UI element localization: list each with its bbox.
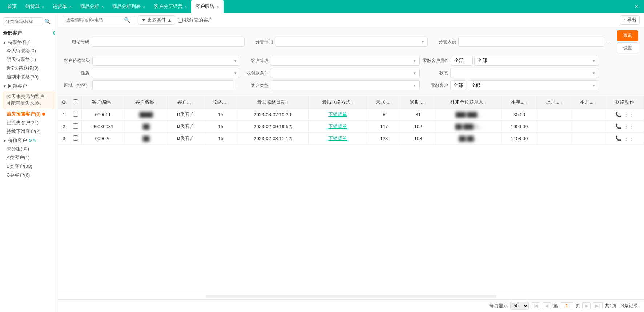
query-btn[interactable]: 查询 bbox=[617, 30, 638, 41]
close-tab-customer-layer[interactable]: × bbox=[185, 4, 187, 9]
sidebar-section-pending[interactable]: ▼ 待联络客户 bbox=[0, 38, 58, 46]
filter-select-price-grade[interactable]: ▼ bbox=[92, 56, 240, 66]
row-checkbox-1[interactable] bbox=[73, 112, 78, 117]
filter-dots-person[interactable]: ··· bbox=[604, 39, 611, 45]
first-page-btn[interactable]: |◀ bbox=[531, 302, 540, 309]
sidebar-search-icon[interactable]: 🔍 bbox=[44, 19, 51, 24]
td-name-2: ██ bbox=[125, 121, 168, 133]
filter-select-retail[interactable]: 全部 bbox=[450, 80, 466, 90]
th-contact[interactable]: 联络... ↕ bbox=[204, 96, 238, 109]
select-all-checkbox[interactable] bbox=[73, 99, 78, 104]
filter-input-region[interactable] bbox=[92, 80, 233, 90]
sidebar-item-tomorrow[interactable]: 明天待联络(1) bbox=[0, 55, 58, 64]
close-all-tabs[interactable]: × bbox=[632, 3, 641, 10]
last-way-link-1[interactable]: 下销货单 bbox=[328, 112, 347, 117]
action-more-icon-2[interactable]: ⋮⋮ bbox=[624, 123, 634, 129]
filter-cell-nature: 性质 ▼ bbox=[64, 68, 240, 78]
my-customers-checkbox[interactable] bbox=[178, 18, 183, 23]
sidebar-search-input[interactable] bbox=[3, 17, 43, 25]
row-checkbox-2[interactable] bbox=[73, 123, 78, 129]
th-overdue[interactable]: 逾期... ↕ bbox=[401, 96, 435, 109]
my-customers-check[interactable]: 我分管的客户 bbox=[178, 17, 213, 23]
th-contact-person[interactable]: 往来单位联系人 ↕ bbox=[435, 96, 502, 109]
sidebar-item-churned[interactable]: 已流失客户(24) bbox=[0, 118, 58, 127]
prev-page-btn[interactable]: ◀ bbox=[543, 302, 551, 309]
value-edit-icon[interactable]: ✎ bbox=[33, 138, 36, 143]
contact-person-blurred-3: ██ ██... bbox=[459, 136, 478, 141]
th-last-date[interactable]: 最后联络日期 ↕ bbox=[238, 96, 308, 109]
sidebar-item-a-class[interactable]: A类客户(1) bbox=[0, 153, 58, 162]
filter-select-status[interactable]: ▼ bbox=[450, 68, 599, 78]
filter-cell-phone: 电话号码 bbox=[64, 37, 245, 47]
action-phone-icon-2[interactable]: 📞 bbox=[615, 123, 621, 129]
export-btn[interactable]: ↑ 导出 bbox=[620, 15, 640, 25]
sidebar-item-7days[interactable]: 近7天待联络(0) bbox=[0, 64, 58, 73]
sidebar-collapse-btn[interactable]: 《 bbox=[51, 30, 55, 36]
action-phone-icon-3[interactable]: 📞 bbox=[615, 135, 621, 141]
more-conditions-btn[interactable]: ▼ 更多条件 ▲ bbox=[138, 15, 175, 25]
last-way-link-3[interactable]: 下销货单 bbox=[328, 135, 347, 141]
current-page-input[interactable] bbox=[560, 302, 573, 309]
sidebar-item-c-class[interactable]: C类客户(6) bbox=[0, 171, 58, 179]
sidebar-section-problem[interactable]: ▼ 问题客户 bbox=[0, 81, 58, 90]
filter-input-phone[interactable] bbox=[92, 37, 245, 47]
nav-home[interactable]: 首页 bbox=[3, 3, 21, 10]
search-submit-icon[interactable]: 🔍 bbox=[124, 17, 130, 23]
settings-grid-icon[interactable]: ⚙ bbox=[61, 99, 66, 105]
row-checkbox-3[interactable] bbox=[73, 135, 78, 141]
filter-select-payment[interactable]: ▼ bbox=[271, 68, 419, 78]
action-more-icon-1[interactable]: ⋮⋮ bbox=[624, 112, 634, 117]
sidebar-all-customers[interactable]: 全部客户 《 bbox=[0, 28, 58, 38]
filter-select-retail-attr-val[interactable]: 全部 ▼ bbox=[474, 56, 599, 66]
nav-tab-sales[interactable]: 销货单 × bbox=[21, 0, 48, 13]
close-tab-sales[interactable]: × bbox=[42, 4, 44, 9]
close-tab-purchase[interactable]: × bbox=[69, 4, 71, 9]
sidebar-item-overdue[interactable]: 逾期未联络(30) bbox=[0, 73, 58, 81]
next-page-btn[interactable]: ▶ bbox=[582, 302, 591, 309]
nav-tab-customer-contact[interactable]: 客户联络 × bbox=[191, 0, 223, 13]
value-refresh-icon[interactable]: ↻ bbox=[28, 138, 32, 143]
th-not-contacted[interactable]: 未联... ↕ bbox=[367, 96, 401, 109]
filter-select-retail-attr[interactable]: 全部 bbox=[451, 56, 473, 66]
th-this-month[interactable]: 本月... ↕ bbox=[571, 96, 605, 109]
filter-select-retail-val[interactable]: 全部 ▼ bbox=[468, 80, 599, 90]
sidebar-item-declining[interactable]: 持续下滑客户(2) bbox=[0, 127, 58, 136]
th-last-way[interactable]: 最后联络方式 ↕ bbox=[308, 96, 367, 109]
page-size-label: 每页显示 bbox=[489, 303, 508, 309]
th-type[interactable]: 客户... ↕ bbox=[168, 96, 204, 109]
nav-tab-purchase[interactable]: 进货单 × bbox=[48, 0, 76, 13]
last-page-btn[interactable]: ▶| bbox=[593, 302, 602, 309]
filter-select-person[interactable] bbox=[458, 37, 604, 47]
sidebar-section-value[interactable]: ▼ 价值客户 ↻ ✎ bbox=[0, 136, 58, 145]
th-this-year[interactable]: 本年... ↕ bbox=[502, 96, 537, 109]
sidebar-item-b-class[interactable]: B类客户(33) bbox=[0, 162, 58, 171]
filter-select-dept[interactable]: ▼ bbox=[275, 37, 428, 47]
filter-select-nature[interactable]: ▼ bbox=[92, 68, 240, 78]
nav-tab-analysis[interactable]: 商品分析 × bbox=[76, 0, 108, 13]
nav-tab-analysis-list[interactable]: 商品分析列表 × bbox=[108, 0, 149, 13]
nav-tab-customer-layer[interactable]: 客户分层经营 × bbox=[150, 0, 191, 13]
close-tab-customer-contact[interactable]: × bbox=[217, 4, 219, 9]
filter-select-cust-type[interactable]: ▼ bbox=[271, 80, 419, 90]
sidebar-item-ungrouped[interactable]: 未分组(32) bbox=[0, 145, 58, 153]
action-phone-icon-1[interactable]: 📞 bbox=[615, 112, 621, 117]
triangle-icon-3: ▼ bbox=[3, 139, 7, 143]
close-tab-analysis-list[interactable]: × bbox=[143, 4, 145, 9]
action-more-icon-3[interactable]: ⋮⋮ bbox=[624, 135, 634, 141]
page-size-select[interactable]: 20 50 100 bbox=[510, 302, 529, 310]
settings-btn[interactable]: 设置 bbox=[617, 42, 638, 53]
th-name[interactable]: 客户名称 ↕ bbox=[125, 96, 168, 109]
th-last-month[interactable]: 上月... ↕ bbox=[537, 96, 571, 109]
th-code[interactable]: 客户编码 ↕ bbox=[81, 96, 125, 109]
close-tab-analysis[interactable]: × bbox=[101, 4, 104, 9]
h-scrollbar[interactable] bbox=[206, 295, 496, 298]
sidebar-item-today[interactable]: 今天待联络(0) bbox=[0, 46, 58, 55]
sidebar-search-wrap: 🔍 bbox=[0, 16, 58, 27]
td-this-month-2 bbox=[571, 121, 605, 133]
sidebar-item-churn-warning[interactable]: 流失预警客户(3) bbox=[0, 110, 58, 118]
filter-dots-region[interactable]: ··· bbox=[233, 83, 240, 88]
last-way-link-2[interactable]: 下销货单 bbox=[328, 123, 347, 129]
search-input[interactable] bbox=[66, 17, 124, 23]
filter-select-cust-grade[interactable]: ▼ bbox=[271, 56, 419, 66]
export-label: 导出 bbox=[627, 17, 636, 23]
